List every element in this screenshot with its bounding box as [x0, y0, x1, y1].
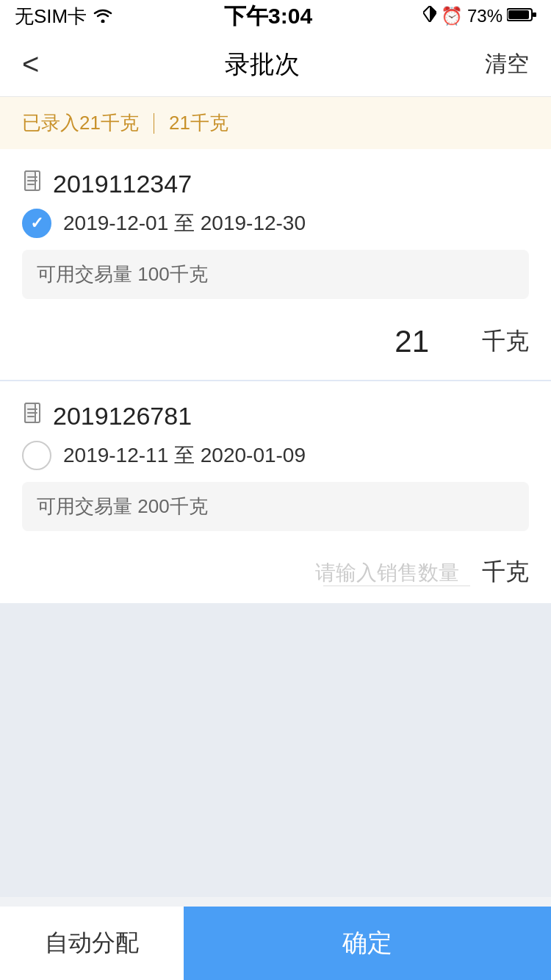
- wifi-icon: [93, 5, 113, 28]
- svg-rect-2: [533, 12, 536, 17]
- batch-2-date: 2019-12-11 至 2020-01-09: [63, 442, 306, 469]
- batch-1-id: 2019112347: [53, 170, 192, 198]
- confirm-button[interactable]: 确定: [184, 907, 551, 980]
- batch-1-avail: 可用交易量 100千克: [22, 250, 529, 299]
- battery-label: 73%: [467, 6, 503, 26]
- batch-2-qty-input[interactable]: [176, 558, 470, 586]
- batch-2-avail: 可用交易量 200千克: [22, 482, 529, 531]
- batch-1-date-row[interactable]: 2019-12-01 至 2019-12-30: [22, 209, 529, 238]
- summary-bar: 已录入21千克 21千克: [0, 97, 551, 149]
- batch-1-item: 2019112347 2019-12-01 至 2019-12-30 可用交易量…: [0, 149, 551, 299]
- clear-button[interactable]: 清空: [485, 49, 529, 79]
- page-title: 录批次: [225, 48, 300, 82]
- status-bar: 无SIM卡 下午3:04 ⏰ 73%: [0, 0, 551, 32]
- gray-area: [0, 603, 551, 897]
- nav-bar: < 录批次 清空: [0, 32, 551, 97]
- summary-divider: [154, 113, 154, 134]
- status-time: 下午3:04: [224, 1, 312, 32]
- batch-2-header: 2019126781: [22, 402, 529, 430]
- location-icon: [423, 6, 436, 26]
- summary-recorded: 已录入21千克: [22, 110, 139, 136]
- bottom-bar: 自动分配 确定: [0, 907, 551, 980]
- batch-2-date-row[interactable]: 2019-12-11 至 2020-01-09: [22, 441, 529, 470]
- batch-2-icon: [22, 402, 46, 430]
- batch-1-date: 2019-12-01 至 2019-12-30: [63, 209, 306, 237]
- batch-1-unit: 千克: [482, 325, 529, 358]
- batch-1-radio[interactable]: [22, 209, 51, 238]
- summary-total: 21千克: [169, 110, 228, 136]
- alarm-icon: ⏰: [441, 6, 463, 26]
- svg-rect-1: [508, 10, 529, 19]
- battery-icon: [507, 6, 536, 26]
- batch-2-id: 2019126781: [53, 402, 192, 430]
- batch-1-qty-row: 21 千克: [0, 314, 551, 380]
- batch-2-radio[interactable]: [22, 441, 51, 470]
- batch-2-item: 2019126781 2019-12-11 至 2020-01-09 可用交易量…: [0, 381, 551, 531]
- no-sim-label: 无SIM卡: [15, 4, 87, 29]
- auto-allocate-button[interactable]: 自动分配: [0, 907, 184, 980]
- back-button[interactable]: <: [22, 48, 39, 81]
- batch-2-unit: 千克: [482, 556, 529, 588]
- qty-divider: [323, 586, 470, 586]
- status-right: ⏰ 73%: [423, 6, 536, 26]
- batch-2-qty-row: 千克: [0, 546, 551, 603]
- batch-1-card: 2019112347 2019-12-01 至 2019-12-30 可用交易量…: [0, 149, 551, 380]
- batch-1-icon: [22, 170, 46, 198]
- batch-1-qty-value: 21: [395, 324, 429, 359]
- batch-1-header: 2019112347: [22, 170, 529, 198]
- status-left: 无SIM卡: [15, 4, 113, 29]
- batch-2-card: 2019126781 2019-12-11 至 2020-01-09 可用交易量…: [0, 381, 551, 603]
